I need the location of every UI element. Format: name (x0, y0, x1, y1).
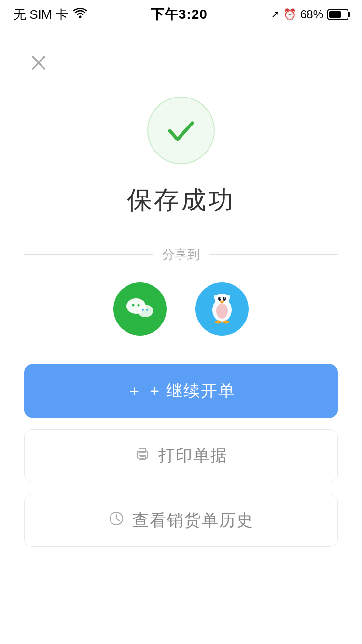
no-sim-text: 无 SIM 卡 (14, 6, 68, 23)
share-section: 分享到 (24, 246, 338, 336)
action-buttons: ＋ + 继续开单 打印单据 (24, 364, 338, 547)
success-title: 保存成功 (127, 183, 235, 217)
print-label: 打印单据 (158, 445, 228, 467)
history-button[interactable]: 查看销货单历史 (24, 494, 338, 547)
svg-point-17 (215, 321, 222, 324)
check-icon (164, 113, 198, 147)
clock-icon (108, 510, 125, 531)
success-section: 保存成功 (24, 97, 338, 217)
svg-point-11 (218, 297, 221, 301)
svg-point-8 (146, 309, 148, 311)
share-divider: 分享到 (24, 246, 338, 263)
alarm-icon: ⏰ (283, 8, 296, 21)
svg-point-12 (223, 297, 226, 301)
svg-point-14 (224, 297, 225, 298)
svg-line-29 (116, 518, 119, 521)
wechat-share-button[interactable] (113, 282, 167, 336)
status-time: 下午3:20 (151, 5, 208, 24)
printer-icon (134, 446, 151, 466)
share-icons (24, 282, 338, 336)
svg-point-18 (223, 321, 229, 324)
svg-point-20 (226, 295, 230, 300)
divider-right (209, 254, 338, 255)
divider-left (24, 254, 153, 255)
history-label: 查看销货单历史 (132, 509, 254, 532)
svg-point-6 (138, 304, 140, 307)
svg-point-5 (132, 304, 135, 307)
status-right: ↗ ⏰ 68% (271, 8, 348, 21)
status-left: 无 SIM 卡 (14, 6, 87, 23)
share-label: 分享到 (162, 246, 200, 263)
qq-share-button[interactable] (195, 282, 249, 336)
svg-point-19 (214, 295, 218, 300)
svg-point-7 (142, 309, 144, 311)
plus-icon: ＋ (126, 380, 142, 402)
close-button[interactable] (24, 48, 53, 77)
battery-percent: 68% (300, 8, 323, 21)
location-icon: ↗ (271, 8, 279, 21)
svg-point-13 (220, 297, 221, 298)
print-button[interactable]: 打印单据 (24, 429, 338, 482)
continue-order-button[interactable]: ＋ + 继续开单 (24, 364, 338, 418)
status-bar: 无 SIM 卡 下午3:20 ↗ ⏰ 68% (0, 0, 362, 29)
svg-point-4 (138, 305, 153, 317)
svg-point-26 (139, 453, 140, 455)
wifi-icon (73, 8, 87, 21)
svg-point-15 (220, 301, 224, 303)
check-circle (147, 97, 215, 164)
svg-point-0 (79, 16, 81, 18)
svg-point-16 (216, 303, 228, 319)
continue-label: + 继续开单 (150, 380, 235, 402)
battery-icon (327, 9, 348, 20)
main-content: 保存成功 分享到 (0, 29, 362, 547)
